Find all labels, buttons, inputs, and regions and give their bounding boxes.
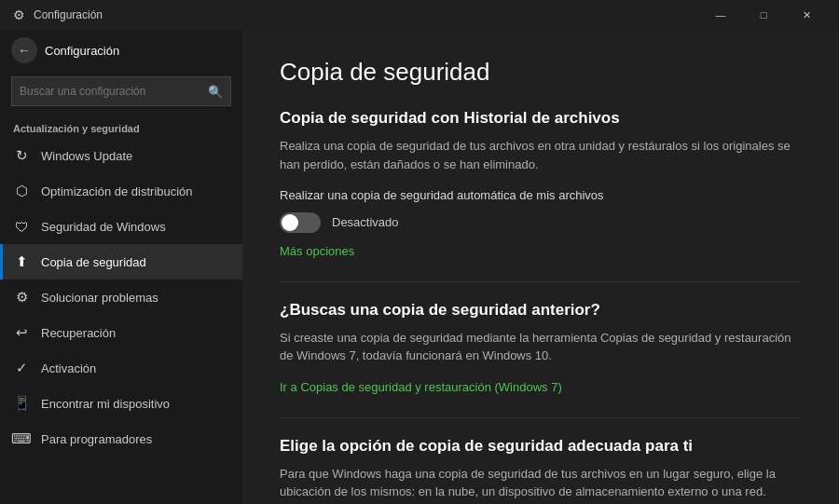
section-file-history: Copia de seguridad con Historial de arch…	[280, 109, 802, 259]
sidebar-item-label-optimizacion: Optimización de distribución	[41, 184, 193, 198]
window-controls: — □ ✕	[699, 0, 828, 30]
section3-header: Elige la opción de copia de seguridad ad…	[280, 437, 802, 456]
section1-toggle-desc: Realizar una copia de seguridad automáti…	[280, 186, 802, 205]
sidebar-item-solucionar[interactable]: ⚙Solucionar problemas	[0, 279, 242, 315]
section1-header: Copia de seguridad con Historial de arch…	[280, 109, 802, 128]
windows-update-icon: ↻	[13, 147, 30, 164]
sidebar-item-label-windows-update: Windows Update	[41, 149, 132, 163]
backup-toggle[interactable]	[280, 212, 321, 233]
nav-items-list: ↻Windows Update⬡Optimización de distribu…	[0, 138, 242, 456]
section2-header: ¿Buscas una copia de seguridad anterior?	[280, 301, 802, 320]
search-icon: 🔍	[208, 85, 223, 99]
section2-desc: Si creaste una copia de seguridad median…	[280, 329, 802, 365]
sidebar-item-optimizacion[interactable]: ⬡Optimización de distribución	[0, 173, 242, 209]
sidebar-item-recuperacion[interactable]: ↩Recuperación	[0, 315, 242, 350]
maximize-button[interactable]: □	[742, 0, 785, 30]
solucionar-icon: ⚙	[13, 289, 30, 306]
section1-desc: Realiza una copia de seguridad de tus ar…	[280, 137, 802, 173]
windows7-backup-link[interactable]: Ir a Copias de seguridad y restauración …	[280, 380, 562, 394]
minimize-button[interactable]: —	[699, 0, 742, 30]
copia-seguridad-icon: ⬆	[13, 253, 30, 270]
sidebar-item-label-activacion: Activación	[41, 361, 96, 375]
main-layout: ← Configuración 🔍 Actualización y seguri…	[0, 30, 839, 504]
sidebar-item-label-recuperacion: Recuperación	[41, 326, 116, 340]
sidebar: ← Configuración 🔍 Actualización y seguri…	[0, 30, 242, 504]
titlebar: ⚙ Configuración — □ ✕	[0, 0, 839, 30]
section-old-backup: ¿Buscas una copia de seguridad anterior?…	[280, 301, 802, 395]
optimizacion-icon: ⬡	[13, 183, 30, 199]
sidebar-nav-top: ← Configuración	[0, 30, 242, 71]
section-label: Actualización y seguridad	[0, 116, 242, 138]
seguridad-icon: 🛡	[13, 218, 30, 235]
sidebar-item-copia-seguridad[interactable]: ⬆Copia de seguridad	[0, 244, 242, 279]
toggle-knob	[282, 214, 298, 231]
page-title: Copia de seguridad	[280, 58, 802, 87]
search-box[interactable]: 🔍	[11, 76, 231, 106]
titlebar-title: Configuración	[34, 8, 699, 21]
divider1	[280, 281, 802, 282]
close-button[interactable]: ✕	[785, 0, 828, 30]
sidebar-item-label-encontrar: Encontrar mi dispositivo	[41, 397, 170, 411]
app-icon: ⚙	[11, 7, 26, 22]
programadores-icon: ⌨	[13, 430, 30, 447]
content-area: Copia de seguridad Copia de seguridad co…	[242, 30, 839, 504]
sidebar-item-label-seguridad: Seguridad de Windows	[41, 220, 166, 234]
activacion-icon: ✓	[13, 360, 30, 376]
sidebar-item-encontrar[interactable]: 📱Encontrar mi dispositivo	[0, 386, 242, 421]
search-input[interactable]	[20, 85, 208, 98]
back-button[interactable]: ←	[11, 37, 37, 63]
sidebar-item-programadores[interactable]: ⌨Para programadores	[0, 421, 242, 456]
sidebar-item-seguridad[interactable]: 🛡Seguridad de Windows	[0, 209, 242, 244]
sidebar-item-windows-update[interactable]: ↻Windows Update	[0, 138, 242, 173]
sidebar-item-label-solucionar: Solucionar problemas	[41, 291, 158, 305]
toggle-row: Desactivado	[280, 212, 802, 233]
section3-desc: Para que Windows haga una copia de segur…	[280, 465, 802, 501]
more-options-link[interactable]: Más opciones	[280, 244, 354, 258]
recuperacion-icon: ↩	[13, 324, 30, 341]
sidebar-item-label-copia-seguridad: Copia de seguridad	[41, 255, 146, 269]
sidebar-app-title: Configuración	[45, 44, 119, 58]
sidebar-item-activacion[interactable]: ✓Activación	[0, 350, 242, 386]
section-choose-backup: Elige la opción de copia de seguridad ad…	[280, 437, 802, 505]
encontrar-icon: 📱	[13, 395, 30, 412]
sidebar-item-label-programadores: Para programadores	[41, 432, 152, 446]
divider2	[280, 417, 802, 418]
toggle-label: Desactivado	[332, 215, 399, 229]
